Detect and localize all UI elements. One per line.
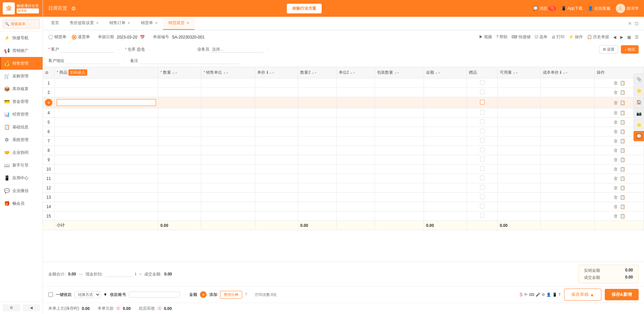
gift-checkbox-11[interactable] xyxy=(480,176,485,180)
avail-cell-2[interactable] xyxy=(497,88,540,97)
tab-sales-invoice[interactable]: 销货单 ✕ xyxy=(136,17,163,30)
maximize-tab-btn[interactable]: ⊡ xyxy=(635,21,639,26)
address-more-btn[interactable]: ··· xyxy=(122,59,125,63)
product-input-3[interactable] xyxy=(57,99,156,106)
tab-price-settings[interactable]: 售价提取设置 ✕ xyxy=(64,17,104,30)
sidebar-item-member[interactable]: 🎁 畅会员 xyxy=(0,197,43,210)
settings-gear-icon[interactable]: ⚙ xyxy=(45,70,49,75)
discount-input[interactable] xyxy=(105,272,132,277)
qty-sort-icon[interactable]: ▲▼ xyxy=(172,71,177,74)
gift-checkbox-15[interactable] xyxy=(480,213,485,218)
unit2-cell-1[interactable] xyxy=(336,78,375,88)
sidebar-item-marketing[interactable]: 📢 营销推广 xyxy=(0,44,43,57)
tab-sales-order[interactable]: 销售订单 ✕ xyxy=(104,17,136,30)
tab-home[interactable]: 首页 xyxy=(46,17,64,30)
gift-checkbox-9[interactable] xyxy=(480,157,485,162)
copy-icon-3[interactable]: 📋 xyxy=(620,100,625,105)
unit2-cell-3[interactable] xyxy=(336,97,375,108)
one-click-payment-checkbox[interactable] xyxy=(48,292,53,297)
draft-dropdown-icon[interactable]: ▲ xyxy=(590,292,594,297)
product-cell-3[interactable] xyxy=(55,97,158,108)
copy-icon-4[interactable]: 📋 xyxy=(620,110,625,115)
radio-return[interactable]: 退货单 xyxy=(72,34,90,40)
tab-invoice-close[interactable]: ✕ xyxy=(155,21,158,25)
price-cell-2[interactable] xyxy=(255,88,298,97)
unit2-sort-icon[interactable]: ▲▼ xyxy=(350,71,355,74)
delete-icon-1[interactable]: 🗑 xyxy=(613,80,618,85)
sidebar-item-system[interactable]: ⚙ 系统管理 xyxy=(0,133,43,146)
avail-cell-1[interactable] xyxy=(497,78,540,88)
sidebar-item-apps[interactable]: 📱 应用中心 xyxy=(0,172,43,184)
side-icon-5[interactable]: ⭐ xyxy=(633,119,644,130)
sidebar-item-purchase[interactable]: 🛒 采购管理 xyxy=(0,70,43,82)
delete-icon-12[interactable]: 🗑 xyxy=(613,185,618,190)
gift-checkbox-1[interactable] xyxy=(480,80,485,85)
toolbar-icon-5[interactable]: 👤 xyxy=(546,293,551,297)
product-cell-1[interactable] xyxy=(55,78,158,88)
sidebar-item-sales[interactable]: 💰 销售管理 xyxy=(0,57,43,70)
copy-icon-15[interactable]: 📋 xyxy=(620,213,625,218)
pack-cell-2[interactable] xyxy=(375,88,424,97)
cost-cell-3[interactable] xyxy=(541,97,595,108)
grid-view[interactable]: ▦ xyxy=(627,35,631,40)
qty2-sort-icon[interactable]: ▲▼ xyxy=(312,71,317,74)
delete-icon-4[interactable]: 🗑 xyxy=(613,110,618,115)
toolbar-icon-7[interactable]: T xyxy=(558,293,561,297)
collapse-btn[interactable]: ◀ xyxy=(23,304,40,311)
gift-checkbox-5[interactable] xyxy=(480,119,485,124)
calendar-icon[interactable]: 📅 xyxy=(140,35,145,40)
customer-more-btn[interactable]: ··· xyxy=(117,48,119,51)
gift-checkbox-6[interactable] xyxy=(480,129,485,133)
qty2-cell-3[interactable] xyxy=(298,97,336,108)
toolbar-icon-1[interactable]: 中 xyxy=(524,292,528,297)
settings-btn[interactable]: ⚙ 设置 xyxy=(599,45,618,54)
cost-sort-icon[interactable]: ▲▼ xyxy=(562,71,568,74)
delete-icon-14[interactable]: 🗑 xyxy=(613,204,618,209)
close-tab-btn[interactable]: ✕ xyxy=(628,21,632,26)
side-icon-1[interactable]: 📎 xyxy=(633,74,644,84)
copy-icon-12[interactable]: 📋 xyxy=(620,185,625,190)
shortcut-action[interactable]: ⌨ 快捷键 xyxy=(512,34,530,40)
copy-icon-14[interactable]: 📋 xyxy=(620,204,625,209)
copy-icon-11[interactable]: 📋 xyxy=(620,176,625,181)
copy-icon-7[interactable]: 📋 xyxy=(620,138,625,143)
copy-icon-1[interactable]: 📋 xyxy=(620,80,625,85)
radio-sale-invoice[interactable]: 销货单 xyxy=(48,34,66,40)
video-action[interactable]: ▶ 视频 xyxy=(479,34,492,40)
tab-order-close[interactable]: ✕ xyxy=(127,21,130,25)
price-sort-icon[interactable]: ▲▼ xyxy=(269,71,275,74)
add-payment-btn[interactable]: + xyxy=(200,291,207,298)
tab-sales-return[interactable]: 销货退货 ✕ xyxy=(163,17,195,30)
add-row-btn[interactable]: + xyxy=(45,99,52,106)
search-menu-button[interactable]: 🔍 搜索菜单 xyxy=(3,19,40,28)
sidebar-item-basic-info[interactable]: 📋 基础信息 xyxy=(0,121,43,133)
tab-price-close[interactable]: ✕ xyxy=(96,21,99,25)
app-download-btn[interactable]: 📱 App下载 xyxy=(561,6,583,11)
gift-checkbox-4[interactable] xyxy=(480,110,485,115)
price-cell-1[interactable] xyxy=(255,78,298,88)
gift-checkbox-2[interactable] xyxy=(480,89,485,94)
unit2-cell-2[interactable] xyxy=(336,88,375,97)
delete-icon-10[interactable]: 🗑 xyxy=(613,167,618,172)
sidebar-item-enterprise[interactable]: 🤝 企业协同 xyxy=(0,146,43,159)
pack-sort-icon[interactable]: ▲▼ xyxy=(394,71,399,74)
user-profile[interactable]: 人 徐泽华 xyxy=(616,4,639,13)
logistics-btn[interactable]: + 物流 xyxy=(621,45,639,54)
delete-icon-2[interactable]: 🗑 xyxy=(613,90,618,95)
amt-cell-2[interactable] xyxy=(424,88,467,97)
calc-method-select[interactable]: 结算方式 xyxy=(74,291,101,298)
account-more-btn[interactable]: ··· xyxy=(184,293,186,297)
scan-input-btn[interactable]: 扫码录入 xyxy=(68,69,87,76)
avail-sort-icon[interactable]: ▲▼ xyxy=(513,71,518,74)
delete-icon-5[interactable]: 🗑 xyxy=(613,120,618,125)
staff-input[interactable] xyxy=(211,46,264,53)
gift-checkbox-3[interactable] xyxy=(480,100,485,105)
copy-icon-8[interactable]: 📋 xyxy=(620,148,625,153)
side-icon-6[interactable]: 💬 xyxy=(633,131,644,141)
fee-split-btn[interactable]: 费用分摊 xyxy=(220,291,242,299)
account-input[interactable] xyxy=(129,292,180,298)
warehouse-more-btn[interactable]: ··· xyxy=(148,48,150,51)
sidebar-item-guide[interactable]: 📖 新手引导 xyxy=(0,159,43,172)
settings-bottom-btn[interactable]: ⚙ xyxy=(3,304,20,311)
qty2-cell-1[interactable] xyxy=(298,78,336,88)
